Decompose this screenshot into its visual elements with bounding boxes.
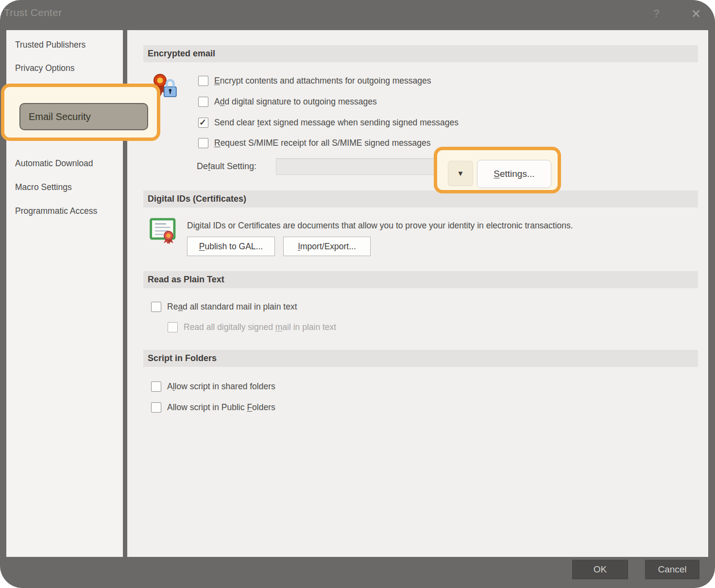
checkbox-send-clear-text[interactable] (198, 118, 208, 128)
section-header-read-plain-text: Read as Plain Text (143, 271, 698, 288)
checkbox-label: Send clear text signed message when send… (214, 118, 459, 128)
sidebar-item-trusted-publishers[interactable]: Trusted Publishers (15, 38, 85, 51)
settings-button[interactable]: Settings... (477, 160, 551, 188)
section-header-encrypted-email: Encrypted email (143, 45, 698, 62)
checkbox-row-read-standard-mail: Read all standard mail in plain text (151, 301, 297, 312)
section-header-digital-ids: Digital IDs (Certificates) (143, 190, 698, 208)
titlebar: Trust Center ? ✕ (0, 0, 715, 30)
email-security-highlight-annotation: Email Security (1, 84, 160, 141)
checkbox-label: Allow script in Public Folders (167, 402, 275, 413)
checkbox-allow-script-shared[interactable] (151, 381, 161, 392)
checkbox-add-digital-signature[interactable] (198, 97, 208, 107)
checkbox-read-standard-mail[interactable] (151, 302, 161, 312)
trust-center-dialog: Trust Center ? ✕ Trusted Publishers Priv… (0, 0, 715, 588)
checkbox-encrypt-contents[interactable] (198, 76, 208, 86)
publish-to-gal-button[interactable]: Publish to GAL... (187, 237, 275, 256)
checkbox-row-encrypt-contents: Encrypt contents and attachments for out… (198, 75, 431, 86)
sidebar-item-macro-settings[interactable]: Macro Settings (15, 181, 72, 193)
checkbox-row-read-signed-mail: Read all digitally signed mail in plain … (168, 321, 336, 333)
checkbox-row-add-digital-signature: Add digital signature to outgoing messag… (198, 96, 377, 107)
section-header-script-in-folders: Script in Folders (143, 350, 698, 367)
checkbox-label: Encrypt contents and attachments for out… (214, 76, 431, 86)
checkbox-row-request-smime: Request S/MIME receipt for all S/MIME si… (198, 137, 430, 149)
main-panel: Encrypted email Encrypt contents and att… (127, 30, 708, 557)
checkbox-allow-script-public[interactable] (151, 402, 161, 413)
settings-highlight-annotation: ▼ Settings... (434, 147, 561, 193)
sidebar-item-privacy-options[interactable]: Privacy Options (15, 62, 75, 74)
checkbox-request-smime[interactable] (198, 138, 208, 148)
close-icon[interactable]: ✕ (687, 5, 705, 22)
chevron-down-icon: ▼ (457, 169, 464, 177)
ok-button[interactable]: OK (572, 560, 628, 579)
default-setting-combobox[interactable] (276, 158, 440, 175)
checkbox-read-signed-mail (168, 322, 178, 332)
window-title: Trust Center (4, 7, 62, 18)
checkbox-row-allow-script-shared: Allow script in shared folders (151, 380, 275, 392)
sidebar-item-email-security[interactable]: Email Security (19, 103, 148, 130)
checkbox-label: Allow script in shared folders (167, 381, 275, 392)
digital-ids-description: Digital IDs or Certificates are document… (187, 221, 573, 231)
checkbox-label: Read all digitally signed mail in plain … (184, 322, 336, 332)
default-setting-label: Default Setting: (197, 161, 256, 172)
import-export-button[interactable]: Import/Export... (283, 237, 371, 256)
sidebar-item-automatic-download[interactable]: Automatic Download (15, 157, 93, 170)
checkbox-label: Add digital signature to outgoing messag… (214, 97, 377, 107)
certificate-icon (149, 216, 177, 244)
cancel-button[interactable]: Cancel (645, 560, 699, 579)
sidebar-item-programmatic-access[interactable]: Programmatic Access (15, 205, 97, 217)
settings-dropdown-button[interactable]: ▼ (448, 161, 473, 186)
help-icon[interactable]: ? (649, 6, 664, 21)
checkbox-label: Request S/MIME receipt for all S/MIME si… (214, 138, 430, 148)
checkbox-label: Read all standard mail in plain text (167, 302, 297, 312)
checkbox-row-allow-script-public: Allow script in Public Folders (151, 401, 275, 413)
checkbox-row-send-clear-text: Send clear text signed message when send… (198, 117, 459, 128)
